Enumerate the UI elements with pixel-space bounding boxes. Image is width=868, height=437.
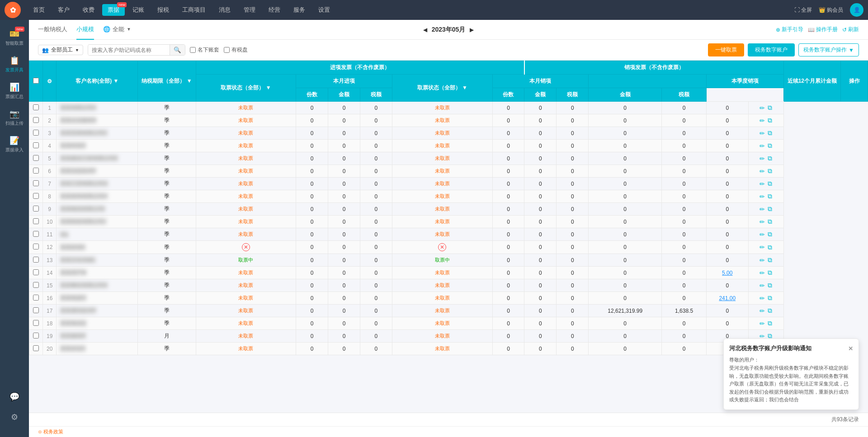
sidebar-item-invoice-entry[interactable]: 📝 票据录入 [0,131,29,158]
row-checkbox[interactable] [33,168,39,174]
row-checkbox[interactable] [33,269,39,275]
edit-icon[interactable]: ✏ [760,130,765,137]
row-checkbox[interactable] [33,244,39,249]
edit-icon[interactable]: ✏ [760,320,765,327]
edit-icon[interactable]: ✏ [760,307,765,315]
fullscreen-btn[interactable]: ⛶ 全屏 [794,6,812,14]
sidebar-item-chat[interactable]: 💬 [9,387,19,408]
nav-fee[interactable]: 收费 [77,4,100,16]
row-checkbox[interactable] [33,345,39,351]
sidebar-item-settings[interactable]: ⚙ [9,408,19,428]
copy-icon[interactable]: ⧉ [768,117,772,124]
tab-general-taxpayer[interactable]: 一般纳税人 [38,20,67,40]
row-checkbox[interactable] [33,218,39,224]
copy-icon[interactable]: ⧉ [768,218,772,226]
nav-operation[interactable]: 经营 [263,4,286,16]
copy-icon[interactable]: ⧉ [768,142,772,150]
edit-icon[interactable]: ✏ [760,104,765,112]
copy-icon[interactable]: ⧉ [768,129,772,137]
row-checkbox[interactable] [33,104,39,110]
row-checkbox[interactable] [33,142,39,148]
edit-icon[interactable]: ✏ [760,231,765,238]
refresh-btn[interactable]: ↺ 刷新 [842,26,859,33]
copy-icon[interactable]: ⧉ [768,167,772,175]
nav-invoice[interactable]: 票据 new [102,4,125,16]
search-btn[interactable]: 🔍 [170,45,185,55]
row-checkbox[interactable] [33,130,39,136]
nav-manage[interactable]: 管理 [238,4,261,16]
row-checkbox[interactable] [33,320,39,326]
tax-digital-account-ops-btn[interactable]: 税务数字账户操作 ▼ [798,43,859,56]
nav-tax[interactable]: 报税 [152,4,175,16]
edit-icon[interactable]: ✏ [760,218,765,226]
copy-icon[interactable]: ⧉ [768,269,772,277]
copy-icon[interactable]: ⧉ [768,205,772,213]
edit-icon[interactable]: ✏ [760,155,765,162]
nav-business[interactable]: 工商项目 [177,4,211,16]
copy-icon[interactable]: ⧉ [768,104,772,112]
copy-icon[interactable]: ⧉ [768,244,772,251]
copy-icon[interactable]: ⧉ [768,294,772,302]
search-input[interactable] [88,45,170,55]
tab-all[interactable]: 🌐 全能 ▼ [103,20,131,40]
copy-icon[interactable]: ⧉ [768,180,772,188]
row-checkbox[interactable] [33,257,39,263]
edit-icon[interactable]: ✏ [760,206,765,213]
staff-filter-wrap[interactable]: 👥 全部员工 ▼ [38,45,83,55]
popup-close-btn[interactable]: ✕ [848,345,853,352]
row-checkbox[interactable] [33,282,39,288]
edit-icon[interactable]: ✏ [760,117,765,124]
edit-icon[interactable]: ✏ [760,257,765,264]
has-tax-disk-filter[interactable]: 有税盘 [224,46,248,54]
sidebar-item-invoice-open[interactable]: 📋 发票开具 [0,51,29,78]
edit-icon[interactable]: ✏ [760,244,765,251]
sidebar-item-smart-ticket[interactable]: 🎫 智能取票 new [0,24,29,51]
row-checkbox[interactable] [33,193,39,199]
tax-digital-account-btn[interactable]: 税务数字账户 [748,43,795,56]
nav-service[interactable]: 服务 [288,4,311,16]
copy-icon[interactable]: ⧉ [768,230,772,238]
row-checkbox[interactable] [33,180,39,186]
last12-cell[interactable]: 241.00 [706,292,748,305]
row-checkbox[interactable] [33,295,39,301]
sidebar-item-invoice-summary[interactable]: 📊 票据汇总 [0,78,29,104]
edit-icon[interactable]: ✏ [760,269,765,277]
nav-home[interactable]: 首页 [28,4,50,16]
one-key-invoice-btn[interactable]: 一键取票 [708,43,744,56]
under-account-checkbox[interactable] [190,47,196,53]
sidebar-item-scan-upload[interactable]: 📷 扫描上传 [0,104,29,131]
under-account-filter[interactable]: 名下账套 [190,46,219,54]
copy-icon[interactable]: ⧉ [768,307,772,315]
nav-client[interactable]: 客户 [52,4,75,16]
user-avatar[interactable]: 👤 [850,3,863,17]
row-checkbox[interactable] [33,231,39,237]
nav-settings[interactable]: 设置 [313,4,335,16]
edit-icon[interactable]: ✏ [760,282,765,289]
member-btn[interactable]: 👑 购会员 [819,6,843,14]
prev-month-btn[interactable]: ◀ [423,27,427,33]
copy-icon[interactable]: ⧉ [768,256,772,264]
row-checkbox[interactable] [33,333,39,338]
edit-icon[interactable]: ✏ [760,295,765,302]
tab-small-scale[interactable]: 小规模 [76,20,94,40]
manual-btn[interactable]: 📖 操作手册 [808,26,838,33]
edit-icon[interactable]: ✏ [760,180,765,188]
row-checkbox[interactable] [33,307,39,313]
copy-icon[interactable]: ⧉ [768,282,772,289]
row-checkbox[interactable] [33,155,39,161]
nav-accounting[interactable]: 记账 [127,4,150,16]
copy-icon[interactable]: ⧉ [768,320,772,327]
has-tax-disk-checkbox[interactable] [224,47,230,53]
edit-icon[interactable]: ✏ [760,193,765,200]
copy-icon[interactable]: ⧉ [768,155,772,162]
nav-message[interactable]: 消息 [213,4,236,16]
select-all-checkbox[interactable] [33,78,39,84]
last12-cell[interactable]: 5.00 [706,267,748,279]
edit-icon[interactable]: ✏ [760,142,765,150]
tax-policy-bar[interactable]: ⊙ 税务政策 [29,426,868,437]
row-checkbox[interactable] [33,117,39,123]
edit-icon[interactable]: ✏ [760,168,765,175]
row-checkbox[interactable] [33,206,39,211]
guide-btn[interactable]: ⊕ 新手引导 [776,26,803,33]
next-month-btn[interactable]: ▶ [470,27,474,33]
